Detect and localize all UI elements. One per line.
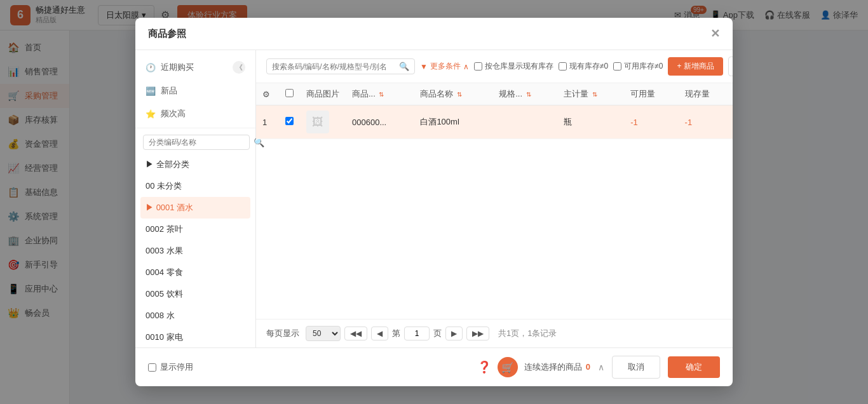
cat-all-arrow: ▶ <box>146 159 156 169</box>
collapse-up-icon[interactable]: ∧ <box>598 362 604 372</box>
cat-0001[interactable]: ▶ 0001 酒水 <box>140 197 250 219</box>
recent-purchase-label: 近期购买 <box>161 62 194 73</box>
td-check[interactable] <box>279 105 300 139</box>
th-code-label: 商品... <box>352 89 376 98</box>
add-product-button[interactable]: + 新增商品 <box>668 57 722 76</box>
td-no: 1 <box>256 105 279 139</box>
category-search-row: 🔍 <box>135 131 255 154</box>
cat-active-arrow: ▶ <box>146 203 156 212</box>
checkbox-warehouse-label: 按仓库显示现有库存 <box>485 61 553 72</box>
page-number-input[interactable] <box>404 327 430 340</box>
product-search-icon[interactable]: 🔍 <box>399 62 409 71</box>
cat-all[interactable]: ▶ 全部分类 <box>140 154 250 175</box>
checkbox-stock-nonzero-input[interactable] <box>559 62 567 71</box>
th-name-label: 商品名称 <box>420 89 453 98</box>
filter-button[interactable]: ▼ 更多条件 ∧ <box>420 61 469 72</box>
td-name: 白酒100ml <box>414 105 492 139</box>
table-header-row: ⚙ 商品图片 商品... ⇅ 商品名称 ⇅ <box>256 83 733 105</box>
category-search-input[interactable] <box>143 135 250 150</box>
sort-unit-icon[interactable]: ⇅ <box>592 91 597 98</box>
checkbox-available-nonzero-input[interactable] <box>613 62 621 71</box>
refresh-button[interactable]: ↺ 刷新 <box>728 57 733 76</box>
checkbox-available-nonzero[interactable]: 可用库存≠0 <box>613 61 663 72</box>
table-row[interactable]: 1 🖼 000600... 白酒100ml 瓶 -1 -1 <box>256 105 733 139</box>
filter-icon: ▼ <box>420 62 428 71</box>
page-total-info: 共1页，1条记录 <box>498 328 557 339</box>
th-unit: 主计量 ⇅ <box>557 83 624 105</box>
cart-icon[interactable]: 🛒 <box>498 357 518 377</box>
cart-count: 0 <box>586 362 590 372</box>
last-page-button[interactable]: ▶▶ <box>466 327 489 340</box>
divider <box>135 128 255 128</box>
help-icon[interactable]: ❓ <box>477 360 491 374</box>
th-spec-label: 规格... <box>499 89 522 98</box>
td-image: 🖼 <box>300 105 346 139</box>
th-image: 商品图片 <box>300 83 346 105</box>
cat-00[interactable]: 00 未分类 <box>140 175 250 197</box>
new-icon: 🆕 <box>146 86 156 96</box>
td-unit: 瓶 <box>557 105 624 139</box>
td-spec <box>492 105 557 139</box>
th-stock: 现存量 <box>679 83 733 105</box>
sort-spec-icon[interactable]: ⇅ <box>526 91 531 98</box>
cancel-button[interactable]: 取消 <box>612 356 660 379</box>
td-code: 000600... <box>346 105 414 139</box>
frequent-item[interactable]: ⭐ 频次高 <box>135 102 255 125</box>
modal-header: 商品参照 ✕ <box>135 18 733 50</box>
right-panel: 🔍 ▼ 更多条件 ∧ 按仓库显示现有库存 现有库存≠0 可用库存≠0 <box>256 50 733 347</box>
th-name: 商品名称 ⇅ <box>414 83 492 105</box>
sort-code-icon[interactable]: ⇅ <box>379 91 384 98</box>
product-table: ⚙ 商品图片 商品... ⇅ 商品名称 ⇅ <box>256 83 733 139</box>
th-check <box>279 83 300 105</box>
frequent-label: 频次高 <box>161 108 186 119</box>
checkbox-warehouse-input[interactable] <box>474 62 482 71</box>
th-code: 商品... ⇅ <box>346 83 414 105</box>
cat-0005[interactable]: 0005 饮料 <box>140 283 250 305</box>
cat-0004[interactable]: 0004 零食 <box>140 262 250 283</box>
cat-0008[interactable]: 0008 水 <box>140 305 250 327</box>
modal-footer: 显示停用 ❓ 🛒 连续选择的商品 0 ∧ 取消 确定 <box>135 347 733 386</box>
close-icon[interactable]: ✕ <box>710 27 720 41</box>
cart-label-text: 连续选择的商品 <box>524 362 582 372</box>
th-spec: 规格... ⇅ <box>492 83 557 105</box>
page-size-label: 每页显示 <box>266 328 299 339</box>
footer-cart-area: ❓ 🛒 连续选择的商品 0 ∧ <box>477 357 604 377</box>
footer-show-disabled[interactable]: 显示停用 <box>148 361 193 373</box>
show-disabled-checkbox[interactable] <box>148 363 156 372</box>
select-all-checkbox[interactable] <box>285 89 294 97</box>
row-checkbox[interactable] <box>285 117 294 125</box>
checkbox-warehouse[interactable]: 按仓库显示现有库存 <box>474 61 553 72</box>
product-image-placeholder: 🖼 <box>306 111 329 133</box>
page-size-select[interactable]: 10 20 50 100 <box>306 326 341 341</box>
next-page-button[interactable]: ▶ <box>445 327 463 340</box>
checkbox-stock-nonzero-label: 现有库存≠0 <box>569 61 608 72</box>
td-stock: -1 <box>679 105 733 139</box>
left-panel: 🕐 近期购买 《 🆕 新品 ⭐ 频次高 🔍 ▶ 全部分类 00 未 <box>135 50 256 347</box>
cart-label: 连续选择的商品 0 <box>524 361 592 373</box>
product-search-input[interactable] <box>272 62 399 71</box>
cat-0002[interactable]: 0002 茶叶 <box>140 219 250 240</box>
td-available: -1 <box>624 105 678 139</box>
filter-label: 更多条件 <box>430 61 461 72</box>
checkbox-stock-nonzero[interactable]: 现有库存≠0 <box>559 61 608 72</box>
search-wrap: 🔍 <box>266 58 415 74</box>
clock-icon: 🕐 <box>146 63 156 72</box>
sort-name-icon[interactable]: ⇅ <box>457 91 462 98</box>
checkbox-available-nonzero-label: 可用库存≠0 <box>624 61 663 72</box>
cat-0010[interactable]: 0010 家电 <box>140 327 250 342</box>
th-gear: ⚙ <box>256 83 279 105</box>
modal-title: 商品参照 <box>148 28 186 40</box>
prev-page-button[interactable]: ◀ <box>371 327 388 340</box>
cat-0003[interactable]: 0003 水果 <box>140 240 250 262</box>
page-label2: 页 <box>433 328 442 339</box>
page-label: 第 <box>392 328 400 339</box>
confirm-button[interactable]: 确定 <box>668 356 720 378</box>
first-page-button[interactable]: ◀◀ <box>344 327 367 340</box>
th-available: 可用量 <box>624 83 678 105</box>
product-table-wrap: ⚙ 商品图片 商品... ⇅ 商品名称 ⇅ <box>256 83 733 319</box>
collapse-button[interactable]: 《 <box>233 61 245 74</box>
filter-up-icon: ∧ <box>463 62 469 71</box>
toolbar: 🔍 ▼ 更多条件 ∧ 按仓库显示现有库存 现有库存≠0 可用库存≠0 <box>256 50 733 83</box>
new-product-item[interactable]: 🆕 新品 <box>135 79 255 102</box>
recent-purchase-item[interactable]: 🕐 近期购买 《 <box>135 55 255 79</box>
